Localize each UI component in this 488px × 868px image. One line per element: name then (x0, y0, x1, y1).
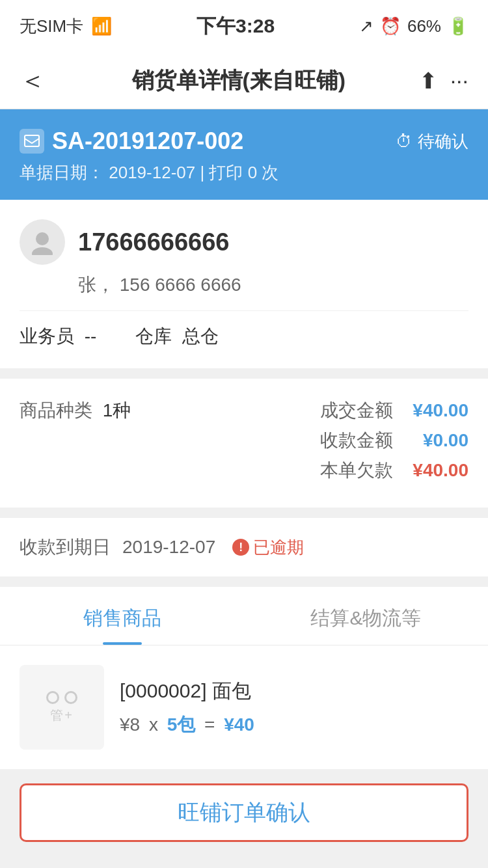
order-id-text: SA-20191207-002 (52, 128, 243, 155)
customer-name: 张， 156 6666 6666 (20, 273, 468, 297)
owl-plus-label: 管+ (50, 707, 74, 724)
warehouse-label: 仓库 (135, 326, 172, 346)
sales-label: 业务员 (20, 326, 74, 346)
deal-amount-label: 成交金额 (320, 398, 393, 423)
owl-eyes (46, 691, 77, 704)
quantity: 5包 (167, 714, 196, 735)
overdue-badge: ! 已逾期 (232, 536, 304, 559)
owed-amount-row: 本单欠款 ¥40.00 (320, 458, 468, 483)
customer-meta: 业务员 -- 仓库 总仓 (20, 324, 468, 349)
multiply-sign: x (149, 714, 163, 735)
confirm-order-button[interactable]: 旺铺订单确认 (20, 783, 468, 842)
product-code: [0000002] (120, 680, 206, 701)
product-info: [0000002] 面包 ¥8 x 5包 = ¥40 (120, 678, 468, 737)
order-id-row: SA-20191207-002 ⏱ 待确认 (20, 128, 468, 155)
product-price: ¥8 x 5包 = ¥40 (120, 712, 468, 737)
back-button[interactable]: ＜ (20, 62, 59, 98)
battery-icon: 🔋 (448, 16, 468, 36)
order-date: 单据日期： 2019-12-07 | 打印 0 次 (20, 161, 468, 184)
svg-point-1 (36, 232, 49, 245)
warehouse-meta: 仓库 总仓 (135, 324, 219, 349)
status-clock-icon: ⏱ (396, 131, 413, 152)
status-bar: 无SIM卡 📶 下午3:28 ↗ ⏰ 66% 🔋 (0, 0, 488, 52)
svg-rect-0 (25, 135, 39, 146)
due-date-value: 2019-12-07 (122, 537, 215, 558)
status-right: ↗ ⏰ 66% 🔋 (359, 16, 468, 36)
date-label: 单据日期： (20, 163, 104, 182)
product-type-value: 1种 (103, 400, 131, 420)
received-amount-row: 收款金额 ¥0.00 (320, 428, 468, 453)
status-text: 待确认 (418, 130, 468, 153)
wifi-icon: 📶 (91, 16, 112, 36)
customer-phone: 17666666666 (78, 228, 229, 256)
owl-eye-left (46, 691, 59, 704)
battery-label: 66% (407, 16, 441, 36)
table-row: 管+ [0000002] 面包 ¥8 x 5包 = ¥40 (0, 645, 488, 769)
deal-amount-row: 成交金额 ¥40.00 (320, 398, 468, 423)
deal-amount-value: ¥40.00 (413, 400, 468, 421)
summary-card: 商品种类 1种 成交金额 ¥40.00 收款金额 ¥0.00 本单欠款 ¥40.… (0, 379, 488, 508)
equals-sign: = (204, 714, 220, 735)
due-date-label: 收款到期日 (20, 535, 111, 560)
customer-top: 17666666666 (20, 219, 468, 265)
product-thumbnail: 管+ (20, 665, 104, 750)
summary-right: 成交金额 ¥40.00 收款金额 ¥0.00 本单欠款 ¥40.00 (320, 398, 468, 488)
avatar (20, 219, 65, 265)
product-name-text: 面包 (212, 680, 251, 701)
owl-eye-right (64, 691, 77, 704)
tabs-container: 销售商品 结算&物流等 (0, 587, 488, 645)
more-icon[interactable]: ··· (450, 68, 468, 93)
unit-price: ¥8 (120, 714, 140, 735)
share-icon[interactable]: ⬆ (419, 68, 437, 94)
sales-value: -- (85, 326, 97, 346)
owed-label: 本单欠款 (320, 458, 393, 483)
print-count: 0 (248, 163, 257, 182)
divider (20, 310, 468, 311)
status-time: 下午3:28 (197, 13, 275, 40)
received-label: 收款金额 (320, 428, 393, 453)
status-left: 无SIM卡 📶 (20, 15, 112, 38)
sales-meta: 业务员 -- (20, 324, 96, 349)
total-price: ¥40 (224, 714, 254, 735)
tab-products[interactable]: 销售商品 (0, 587, 244, 645)
order-header: SA-20191207-002 ⏱ 待确认 单据日期： 2019-12-07 |… (0, 109, 488, 200)
nav-bar: ＜ 销货单详情(来自旺铺) ⬆ ··· (0, 52, 488, 109)
warehouse-value: 总仓 (182, 326, 219, 346)
owed-value: ¥40.00 (413, 460, 468, 481)
print-label: | 打印 (200, 163, 243, 182)
due-date-card: 收款到期日 2019-12-07 ! 已逾期 (0, 518, 488, 576)
overdue-dot-icon: ! (232, 539, 249, 556)
customer-card: 17666666666 张， 156 6666 6666 业务员 -- 仓库 总… (0, 200, 488, 368)
tab-settlement[interactable]: 结算&物流等 (244, 587, 488, 645)
received-value: ¥0.00 (423, 430, 468, 451)
nav-actions: ⬆ ··· (419, 68, 468, 94)
alarm-icon: ⏰ (380, 16, 401, 36)
overdue-text: 已逾期 (253, 536, 304, 559)
product-type-label: 商品种类 (20, 400, 92, 420)
order-id: SA-20191207-002 (20, 128, 243, 155)
product-name: [0000002] 面包 (120, 678, 468, 705)
confirm-btn-container: 旺铺订单确认 (0, 783, 488, 842)
carrier-label: 无SIM卡 (20, 15, 83, 38)
order-icon (20, 129, 44, 154)
location-icon: ↗ (359, 16, 373, 36)
summary-left: 商品种类 1种 (20, 398, 131, 423)
page-title: 销货单详情(来自旺铺) (59, 66, 419, 96)
product-list: 管+ [0000002] 面包 ¥8 x 5包 = ¥40 (0, 645, 488, 769)
product-logo: 管+ (46, 691, 77, 724)
status-badge: ⏱ 待确认 (396, 130, 468, 153)
print-unit: 次 (262, 163, 278, 182)
order-date-value: 2019-12-07 (109, 163, 195, 182)
svg-point-2 (32, 247, 53, 255)
